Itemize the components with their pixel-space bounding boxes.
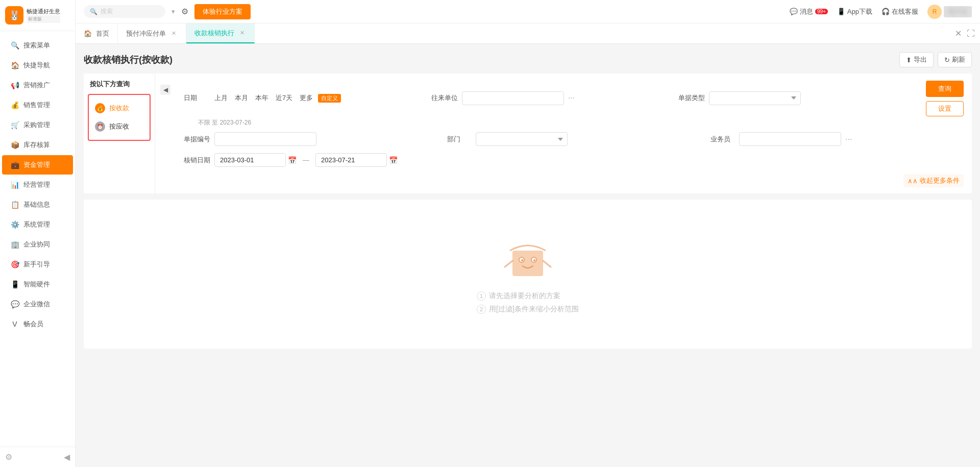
svg-point-3 [521,259,523,261]
date-custom-tag[interactable]: 自定义 [318,94,341,103]
staff-input[interactable] [739,132,841,146]
sidebar: 🐰 畅捷通好生意 标准版 🔍 搜索菜单 🏠 快捷导航 📢 营销推广 💰 销售管理… [0,0,76,467]
date-label: 日期 [184,93,208,103]
service-button[interactable]: 🎧 在线客服 [881,7,918,16]
date-this-year[interactable]: 本年 [253,92,271,104]
collapse-more-row: ∧∧ 收起更多条件 [184,174,964,187]
collapse-more-button[interactable]: ∧∧ 收起更多条件 [903,174,964,187]
close-tab-icon[interactable]: ✕ [955,29,962,38]
filter-fields: 日期 上月 本月 本年 近7天 更多 自定义 往来单位 ··· [176,73,972,193]
date-range-display: 不限 至 2023-07-26 [198,119,251,126]
sidebar-item-新手引导[interactable]: 🎯 新手引导 [2,255,73,274]
maximize-icon[interactable]: ⛶ [967,29,975,38]
message-button[interactable]: 💬 消息 99+ [790,7,828,16]
filter-container: 按以下方查询 💰 按收款 ⏰ 按应收 ◀ [84,73,972,193]
settings-button[interactable]: 设置 [926,101,964,116]
nav-label-12: 智能硬件 [23,280,50,289]
receivable-icon: ⏰ [95,121,105,132]
sidebar-item-快捷导航[interactable]: 🏠 快捷导航 [2,56,73,75]
export-label: 导出 [914,55,927,64]
sidebar-item-基础信息[interactable]: 📋 基础信息 [2,195,73,214]
sidebar-item-搜索菜单[interactable]: 🔍 搜索菜单 [2,36,73,55]
nav-label-6: 资金管理 [23,160,50,169]
dropdown-icon[interactable]: ▾ [172,8,175,15]
tab-controls: ✕ ⛶ [950,23,980,43]
tab-home[interactable]: 🏠 首页 [76,23,118,43]
nav-icon-4: 🛒 [10,120,19,130]
nav-label-2: 营销推广 [23,81,50,90]
page-actions: ⬆ 导出 ↻ 刷新 [899,52,972,67]
dept-select[interactable] [476,132,568,146]
staff-more-icon[interactable]: ··· [845,135,852,144]
nav-label-5: 库存核算 [23,140,50,150]
tab-writeoff-close[interactable]: ✕ [238,29,246,37]
voucher-type-select[interactable] [709,91,801,105]
nav-icon-11: 🎯 [10,260,19,269]
step-2-badge: 2 [477,305,486,314]
date-last-month[interactable]: 上月 [212,92,230,104]
header-search: 🔍 搜索 [84,5,165,18]
writeoff-start-wrap: 📅 [214,153,297,167]
counterparty-input[interactable] [462,91,564,105]
search-placeholder: 搜索 [101,7,113,16]
solution-button[interactable]: 体验行业方案 [194,4,251,19]
nav-icon-10: 🏢 [10,240,19,249]
svg-rect-0 [512,251,543,276]
nav-label-8: 基础信息 [23,200,50,209]
sidebar-item-库存核算[interactable]: 📦 库存核算 [2,135,73,155]
date-more[interactable]: 更多 [298,92,315,104]
voucher-no-input[interactable] [214,132,316,146]
header-right: 💬 消息 99+ 📱 App下载 🎧 在线客服 R 用户名 [790,5,972,19]
refresh-button[interactable]: ↻ 刷新 [938,52,972,67]
sidebar-item-智能硬件[interactable]: 📱 智能硬件 [2,275,73,294]
tab-bar: 🏠 首页 预付冲应付单 ✕ 收款核销执行 ✕ ✕ ⛶ [76,23,980,44]
calendar-start-icon[interactable]: 📅 [288,156,297,164]
user-profile[interactable]: R 用户名 [927,5,972,19]
nav-label-11: 新手引导 [23,260,50,269]
page-title: 收款核销执行(按收款) [84,54,173,66]
dept-label: 部门 [447,135,472,144]
sidebar-item-营销推广[interactable]: 📢 营销推广 [2,76,73,95]
sidebar-item-资金管理[interactable]: 💼 资金管理 [2,155,73,175]
content-area: 1 请先选择要分析的方案 2 用[过滤]条件来缩小分析范围 [84,200,972,349]
app-download-label: App下载 [847,7,872,16]
nav-label-7: 经营管理 [23,180,50,189]
sidebar-item-畅会员[interactable]: V 畅会员 [2,314,73,334]
sidebar-item-采购管理[interactable]: 🛒 采购管理 [2,115,73,135]
nav-label-13: 企业微信 [23,300,50,309]
gear-icon[interactable]: ⚙ [181,7,188,16]
writeoff-start-input[interactable] [214,153,286,167]
tab-prepay-close[interactable]: ✕ [170,30,178,37]
tab-writeoff[interactable]: 收款核销执行 ✕ [186,23,255,43]
svg-line-5 [505,261,512,267]
sidebar-item-企业微信[interactable]: 💬 企业微信 [2,294,73,314]
logo-icon: 🐰 [5,6,23,24]
collapse-button[interactable]: ◀ [160,85,170,95]
nav-label-9: 系统管理 [23,220,50,229]
filter-by-receipt[interactable]: 💰 按收款 [89,99,150,117]
app-download-button[interactable]: 📱 App下载 [837,7,872,16]
receipt-icon: 💰 [95,103,105,113]
sidebar-item-系统管理[interactable]: ⚙️ 系统管理 [2,215,73,234]
counterparty-more-icon[interactable]: ··· [568,93,575,103]
nav-icon-7: 📊 [10,180,19,189]
date-this-month[interactable]: 本月 [233,92,250,104]
tab-prepay[interactable]: 预付冲应付单 ✕ [118,23,186,43]
filter-by-receivable[interactable]: ⏰ 按应收 [89,117,150,136]
writeoff-date-group: 核销日期 📅 — 📅 [184,153,964,167]
calendar-end-icon[interactable]: 📅 [389,156,398,164]
filter-options-box: 💰 按收款 ⏰ 按应收 [88,94,151,141]
settings-icon[interactable]: ⚙ [5,452,12,462]
writeoff-end-input[interactable] [315,153,387,167]
sidebar-item-销售管理[interactable]: 💰 销售管理 [2,95,73,115]
nav-icon-8: 📋 [10,200,19,209]
date-7days[interactable]: 近7天 [274,92,295,104]
sidebar-item-企业协同[interactable]: 🏢 企业协同 [2,235,73,254]
sidebar-item-经营管理[interactable]: 📊 经营管理 [2,175,73,194]
collapse-sidebar-icon[interactable]: ◀ [64,452,70,462]
step-1-badge: 1 [477,291,486,301]
page-content: 收款核销执行(按收款) ⬆ 导出 ↻ 刷新 按以下方查询 💰 [76,44,980,467]
export-button[interactable]: ⬆ 导出 [899,52,934,67]
query-button[interactable]: 查询 [926,81,964,97]
refresh-label: 刷新 [952,55,965,64]
